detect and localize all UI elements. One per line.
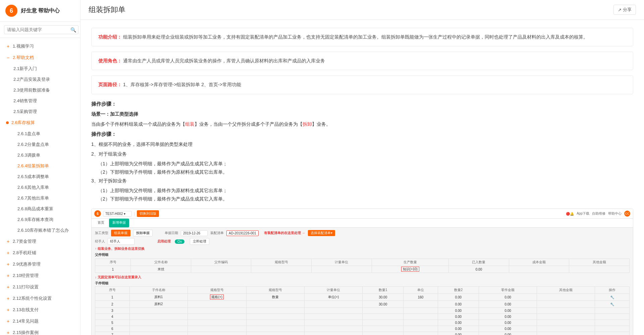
sidebar-item-label: 2.14常见问题 [13, 318, 39, 324]
table-row: 3 0.000.00 [95, 308, 630, 314]
mock-th: 零件金额 [479, 287, 537, 294]
mock-switch-btn[interactable]: 切换到旧版 [137, 210, 159, 217]
sidebar-item-cost[interactable]: 2.6.5成本调整单 [0, 171, 80, 182]
mock-enable-toggle[interactable]: On [175, 239, 184, 243]
mock-type-disassembly[interactable]: 拆卸单据 [133, 230, 153, 236]
sidebar-item-payment[interactable]: + 2.13在线支付 [0, 304, 80, 316]
sidebar-item-adjust[interactable]: 2.6.3调拨单 [0, 150, 80, 161]
mock-type-assembly[interactable]: 组装单据 [111, 230, 130, 236]
sidebar-item-mobile[interactable]: + 2.8手机旺铺 [0, 247, 80, 259]
role-box: 使用角色： 通常由生产人员或库管人员完成拆装业务的操作，库管人员确认原材料的出库… [91, 52, 633, 70]
mock-date-label: 单据日期 [165, 231, 178, 235]
mock-th: 操作 [595, 287, 630, 294]
step3: 3、对于拆卸业务 [91, 177, 633, 185]
dot-icon [6, 121, 9, 124]
mock-topbar: 6 TEST-H002 ▾ | 切换到旧版 🔴🔔 App下载 自助维修 帮助中心… [92, 209, 633, 219]
sidebar-item-capital[interactable]: + 2.7资金管理 [0, 236, 80, 247]
role-label: 使用角色： [98, 58, 122, 63]
sidebar-item-label: 2.15操作案例 [13, 330, 39, 335]
sidebar-item-data[interactable]: 2.3使用前数据准备 [0, 85, 80, 96]
mock-lower-table: 序号 子件名称 规格型号 规格型号 计量单位 数量1 单位 数量2 零件金额 其… [95, 286, 630, 335]
sidebar-item-cases[interactable]: + 2.15操作案例 [0, 327, 80, 335]
sidebar-item-docs[interactable]: − 2.帮助文档 [0, 52, 80, 63]
mock-th: 计量单位 [304, 287, 362, 294]
step3-1: （1）上部明细为父件明细，最终作为原材料生成其它出库单； [98, 186, 633, 195]
plus-icon: + [5, 262, 11, 267]
mock-date-input[interactable]: 2019-12-26 [181, 230, 208, 236]
mock-type-annotation: ↑ 组装业务、拆卸业务在这里切换 [95, 246, 630, 251]
sidebar-logo: 6 好生意 帮助中心 [0, 0, 80, 22]
sidebar-item-install[interactable]: 2.2产品安装及登录 [0, 74, 80, 85]
ops-steps-label: 操作步骤： [91, 131, 633, 137]
sidebar-item-other-out[interactable]: 2.6.7其他出库单 [0, 193, 80, 204]
mock-tab-new[interactable]: 新增单据 [109, 219, 129, 227]
sidebar-item-video[interactable]: + 1.视频学习 [0, 41, 80, 52]
sidebar-item-other-in[interactable]: 2.6.6其他入库单 [0, 182, 80, 193]
sidebar-item-new[interactable]: 2.1新手入门 [0, 63, 80, 74]
mock-th: 其他金额 [569, 259, 630, 266]
self-service-link: 自助维修 [592, 211, 605, 216]
sidebar-item-print[interactable]: + 2.11打印设置 [0, 281, 80, 293]
sidebar: 6 好生意 帮助中心 🔍 + 1.视频学习 − 2.帮助文档 2.1新手入门 2… [0, 0, 80, 335]
path-label: 页面路径： [98, 82, 122, 87]
sidebar-item-label: 2.11打印设置 [13, 284, 39, 290]
sidebar-item-customize[interactable]: + 2.12系统个性化设置 [0, 293, 80, 304]
sidebar-item-stock-check[interactable]: 2.6.9库存账本查询 [0, 214, 80, 225]
sidebar-item-purchase[interactable]: 2.5采购管理 [0, 106, 80, 117]
table-row: 1 原料1 规格(+) 数量 单位(+) 30.00 160 0.00 0.00 [95, 294, 630, 301]
mock-form-row1: 加工类型 组装单据 拆卸单据 单据日期 2019-12-26 装配清单 AD-2… [95, 230, 630, 236]
sidebar-item-faq[interactable]: + 2.14常见问题 [0, 316, 80, 327]
mock-processor-input[interactable]: 经手人 [108, 238, 135, 245]
plus-icon: + [5, 250, 11, 256]
sidebar-item-inventory[interactable]: 2.6库存核算 [0, 117, 80, 128]
sidebar-item-label: 2.10经营管理 [13, 273, 39, 279]
mock-select-btn[interactable]: 选择装配清单▾ [308, 230, 335, 236]
step2-1: （1）上部明细为父件明细，最终作为产成品生成其它入库单； [98, 160, 633, 168]
steps-section: 操作步骤： 场景一：加工类型选择 当由多个子件材料组装成一个成品的业务为【组装】… [91, 101, 633, 204]
sidebar-item-coupon[interactable]: + 2.9优惠券管理 [0, 259, 80, 270]
sidebar-item-label: 2.帮助文档 [13, 55, 34, 61]
sidebar-item-stock-error[interactable]: 2.6.10库存账本错了怎么办 [0, 225, 80, 236]
table-row: 2 原料2 30.00 0.00 0.00 🔧 [95, 301, 630, 308]
mock-th: 其他金额 [537, 287, 595, 294]
mock-th: 父件名称 [131, 259, 191, 266]
main-area: 组装拆卸单 ↗ 分享 功能介绍： 组装拆卸单用来处理企业组装或拆卸等加工业务，支… [80, 0, 644, 335]
table-row: 7 0.000.00 [95, 332, 630, 335]
ops-label: 操作步骤： [91, 101, 633, 107]
mock-form-area: 加工类型 组装单据 拆卸单据 单据日期 2019-12-26 装配清单 AD-2… [92, 228, 633, 335]
sidebar-item-ops[interactable]: + 2.10经营管理 [0, 270, 80, 281]
table-row: 5 0.000.00 [95, 320, 630, 326]
mock-th: 父件编码 [191, 259, 251, 266]
mock-confirm-btn[interactable]: 立即处理 [190, 238, 209, 245]
mock-th: 计量单位 [312, 259, 372, 266]
share-button[interactable]: ↗ 分享 [613, 5, 636, 15]
sidebar-item-label: 1.视频学习 [13, 43, 34, 49]
mock-upper-table-label: 父件明细 [95, 253, 630, 257]
mock-annotation-lower: ↓ 无固定清单可以在这里重录入 [95, 275, 630, 280]
search-input[interactable] [4, 25, 78, 34]
role-text: 通常由生产人员或库管人员完成拆装业务的操作，库管人员确认原材料的出库和产成品的入… [123, 58, 325, 63]
main-header: 组装拆卸单 ↗ 分享 [80, 0, 644, 20]
app-logo-icon: 6 [5, 5, 17, 17]
sidebar-item-assembly[interactable]: 2.6.4组装拆卸单 [0, 161, 80, 171]
screenshot-container: 6 TEST-H002 ▾ | 切换到旧版 🔴🔔 App下载 自助维修 帮助中心… [91, 209, 633, 335]
mock-tab-home[interactable]: 首页 [94, 219, 108, 227]
mock-bom-label: 装配清单 [210, 231, 224, 235]
func-intro-label: 功能介绍： [98, 34, 122, 40]
minus-icon: − [5, 55, 11, 60]
func-intro-box: 功能介绍： 组装拆卸单用来处理企业组装或拆卸等加工业务，支持有固定装配清单的产品… [91, 28, 633, 46]
sidebar-item-cost-recalc[interactable]: 2.6.8商品成本重算 [0, 204, 80, 214]
sidebar-item-sales[interactable]: 2.4销售管理 [0, 96, 80, 106]
mock-th: 子件名称 [129, 287, 187, 294]
sidebar-item-allocate[interactable]: 2.6.2分量盘点单 [0, 139, 80, 150]
sidebar-item-label: 2.7资金管理 [13, 238, 36, 244]
share-icon: ↗ [618, 7, 622, 12]
bell-icon: 🔴🔔 [566, 212, 574, 216]
sidebar-item-stocktake[interactable]: 2.6.1盘点单 [0, 128, 80, 139]
sidebar-item-label: 2.6库存核算 [11, 120, 35, 126]
mock-lower-table-label: 子件明细 [95, 281, 630, 286]
search-button[interactable]: 🔍 [70, 27, 76, 33]
mock-bom-input[interactable]: AD-20191226-001 [226, 230, 259, 236]
path-box: 页面路径： 1、库存核算->库存管理->组装拆卸单 2、首页->常用功能 [91, 75, 633, 94]
step-list: 1、根据不同的业务，选择不同单据的类型来处理 2、对于组装业务 （1）上部明细为… [91, 140, 633, 203]
